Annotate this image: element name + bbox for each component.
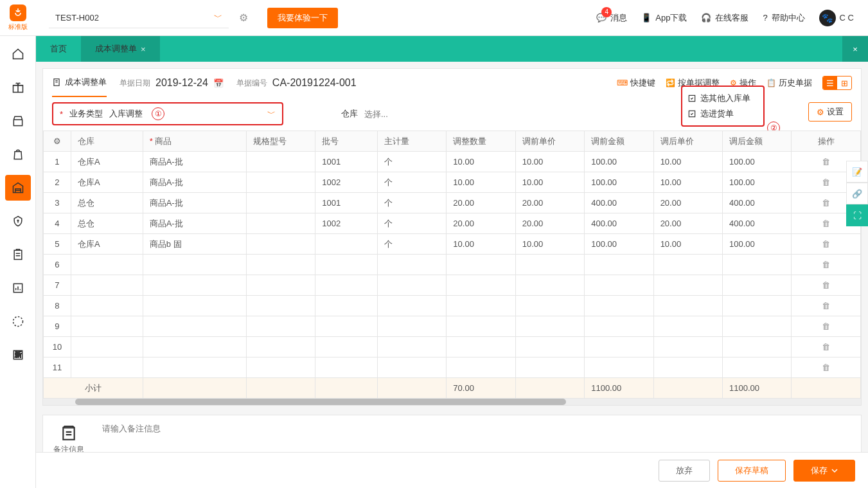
col-pre-price: 调前单价 <box>515 131 584 152</box>
settings-icon[interactable]: ⚙ <box>239 12 248 24</box>
message-badge: 4 <box>601 7 612 17</box>
doc-date: 单据日期 2019-12-24 📅 <box>120 77 224 89</box>
col-post-price: 调后单价 <box>653 131 722 152</box>
try-button[interactable]: 我要体验一下 <box>267 8 338 28</box>
nav-store-icon[interactable] <box>5 108 31 134</box>
nav-report-icon[interactable] <box>5 275 31 301</box>
tab-bar: 首页 成本调整单 × × <box>36 36 868 62</box>
chevron-down-icon: ﹀ <box>214 12 222 23</box>
col-unit: 主计量 <box>377 131 446 152</box>
svg-text:新: 新 <box>14 350 21 358</box>
nav-gift-icon[interactable] <box>5 75 31 100</box>
delete-row-icon[interactable]: 🗑 <box>792 255 861 275</box>
logo-text: 标准版 <box>8 23 28 32</box>
items-table: ⚙ 仓库 商品 规格型号 批号 主计量 调整数量 调前单价 调前金额 调后单价 … <box>43 131 861 399</box>
col-product: 商品 <box>143 131 246 152</box>
close-icon[interactable]: × <box>141 44 146 54</box>
calendar-icon[interactable]: 📅 <box>213 78 224 88</box>
table-row[interactable]: 2仓库A商品A-批1002个10.0010.00100.0010.00100.0… <box>44 172 861 193</box>
messages-link[interactable]: 💬 消息 4 <box>596 12 627 24</box>
logo[interactable]: 标准版 <box>0 5 36 32</box>
nav-new-icon[interactable]: 新 <box>5 342 31 368</box>
shop-name: TEST-H002 <box>55 13 99 23</box>
col-action: 操作 <box>792 131 861 152</box>
table-wrap: ⚙ 仓库 商品 规格型号 批号 主计量 调整数量 调前单价 调前金额 调后单价 … <box>43 131 861 405</box>
horizontal-scrollbar[interactable] <box>43 399 861 405</box>
content: 成本调整单 单据日期 2019-12-24 📅 单据编号 CA-20191224… <box>36 62 868 488</box>
footer-actions: 放弃 保存草稿 保存 <box>36 452 868 488</box>
table-row[interactable]: 9🗑 <box>44 316 861 337</box>
doc-card: 成本调整单 单据日期 2019-12-24 📅 单据编号 CA-20191224… <box>42 68 862 406</box>
customer-service-link[interactable]: 🎧 在线客服 <box>701 12 748 24</box>
table-row[interactable]: 7🗑 <box>44 275 861 296</box>
shortcut-link[interactable]: ⌨ 快捷键 <box>617 77 655 89</box>
svg-rect-1 <box>14 250 22 259</box>
delete-row-icon[interactable]: 🗑 <box>792 234 861 255</box>
save-draft-button[interactable]: 保存草稿 <box>718 460 786 482</box>
col-batch: 批号 <box>315 131 378 152</box>
table-row[interactable]: 11🗑 <box>44 357 861 378</box>
float-bar: 📝 🔗 ⛶ <box>846 161 868 226</box>
save-button[interactable]: 保存 <box>793 460 855 482</box>
delete-row-icon[interactable]: 🗑 <box>792 275 861 296</box>
close-all-tabs[interactable]: × <box>842 36 868 62</box>
list-view-icon[interactable]: ☰ <box>823 77 837 89</box>
nav-home-icon[interactable] <box>5 41 31 67</box>
nav-clipboard-icon[interactable] <box>5 242 31 267</box>
subtotal-row: 小计 70.00 1100.00 1100.00 <box>44 378 861 399</box>
source-doc-menu: 选其他入库单 选进货单 <box>681 86 765 127</box>
delete-row-icon[interactable]: 🗑 <box>792 296 861 316</box>
filter-row: * 业务类型 入库调整 ① ﹀ 仓库 选其他入库单 选进货单 ② <box>43 97 861 131</box>
phone-icon: 📱 <box>641 13 651 23</box>
select-other-inbound[interactable]: 选其他入库单 <box>687 91 758 106</box>
help-link[interactable]: ? 帮助中心 <box>763 12 804 24</box>
help-icon: ? <box>763 13 767 23</box>
link-icon[interactable]: 🔗 <box>846 183 868 204</box>
table-row[interactable]: 8🗑 <box>44 296 861 316</box>
table-row[interactable]: 3总仓商品A-批1001个20.0020.00400.0020.00400.00… <box>44 193 861 213</box>
col-post-amt: 调后金额 <box>723 131 792 152</box>
svg-point-3 <box>13 317 22 327</box>
tab-cost-adjust[interactable]: 成本调整单 × <box>81 36 160 62</box>
warehouse-input[interactable] <box>364 109 493 119</box>
nav-money-icon[interactable] <box>5 208 31 234</box>
col-spec: 规格型号 <box>246 131 315 152</box>
delete-row-icon[interactable]: 🗑 <box>792 357 861 378</box>
avatar: 🐾 <box>819 10 836 26</box>
history-link[interactable]: 📋 历史单据 <box>766 77 812 89</box>
table-row[interactable]: 1仓库A商品A-批1001个10.0010.00100.0010.00100.0… <box>44 152 861 172</box>
table-header-row: ⚙ 仓库 商品 规格型号 批号 主计量 调整数量 调前单价 调前金额 调后单价 … <box>44 131 861 152</box>
chevron-down-icon: ﹀ <box>267 108 276 120</box>
table-row[interactable]: 10🗑 <box>44 337 861 357</box>
app-download-link[interactable]: 📱 App下载 <box>641 12 687 24</box>
tab-home[interactable]: 首页 <box>36 36 81 62</box>
nav-warehouse-icon[interactable] <box>5 175 31 201</box>
doc-tab[interactable]: 成本调整单 <box>52 69 107 97</box>
delete-row-icon[interactable]: 🗑 <box>792 337 861 357</box>
table-row[interactable]: 6🗑 <box>44 255 861 275</box>
user-menu[interactable]: 🐾 C C <box>819 10 854 26</box>
business-type-select[interactable]: * 业务类型 入库调整 ① ﹀ <box>52 102 283 125</box>
discard-button[interactable]: 放弃 <box>659 460 710 482</box>
table-row[interactable]: 5仓库A商品b 固个10.0010.00100.0010.00100.00🗑 <box>44 234 861 255</box>
left-nav: 新 <box>0 36 36 488</box>
col-warehouse: 仓库 <box>71 131 143 152</box>
top-right-actions: 💬 消息 4 📱 App下载 🎧 在线客服 ? 帮助中心 🐾 C C <box>596 10 868 26</box>
logo-icon <box>10 5 26 21</box>
shop-selector[interactable]: TEST-H002 ﹀ <box>49 8 229 28</box>
nav-bag-icon[interactable] <box>5 141 31 167</box>
gear-col[interactable]: ⚙ <box>44 131 71 152</box>
settings-button[interactable]: ⚙ 设置 <box>808 102 852 122</box>
svg-rect-9 <box>63 428 74 439</box>
headset-icon: 🎧 <box>701 13 711 23</box>
nav-more-icon[interactable] <box>5 309 31 334</box>
note-icon[interactable]: 📝 <box>846 161 868 183</box>
grid-view-icon[interactable]: ⊞ <box>837 77 851 89</box>
doc-number: 单据编号 CA-20191224-001 <box>236 77 357 89</box>
view-toggle[interactable]: ☰ ⊞ <box>822 76 852 90</box>
warehouse-select[interactable]: 仓库 <box>341 108 493 120</box>
table-row[interactable]: 4总仓商品A-批1002个20.0020.00400.0020.00400.00… <box>44 213 861 234</box>
expand-icon[interactable]: ⛶ <box>846 204 868 226</box>
delete-row-icon[interactable]: 🗑 <box>792 316 861 337</box>
select-purchase: 选进货单 <box>687 106 758 122</box>
